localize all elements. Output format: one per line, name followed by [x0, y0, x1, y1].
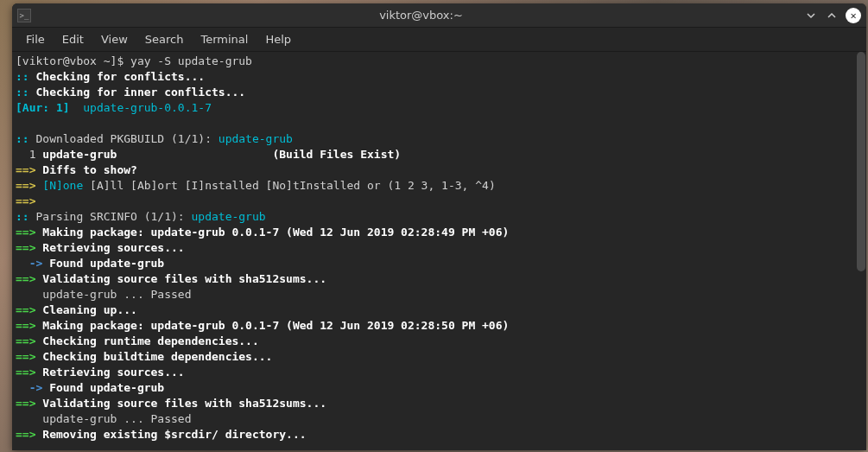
output-text: Validating source files with sha512sums.… [35, 397, 326, 410]
sub-arrow-marker: -> [16, 381, 42, 394]
menu-terminal[interactable]: Terminal [193, 29, 255, 49]
window-title: viktor@vbox:~ [38, 9, 804, 22]
arrow-marker: ==> [16, 226, 35, 239]
package-name: update-grub [42, 148, 117, 161]
output-text: Found update-grub [42, 381, 164, 394]
output-text: update-grub ... Passed [16, 288, 192, 301]
padding [117, 148, 272, 161]
menu-help[interactable]: Help [258, 29, 298, 49]
output-text: Retrieving sources... [35, 241, 184, 254]
output-text: Checking buildtime dependencies... [35, 350, 272, 363]
arrow-marker: ==> [16, 397, 35, 410]
menu-file[interactable]: File [19, 29, 52, 49]
output-text: Cleaning up... [35, 303, 136, 316]
prompt: [viktor@vbox ~]$ [16, 54, 124, 67]
close-button[interactable]: ✕ [846, 8, 861, 23]
marker: :: [16, 210, 35, 223]
arrow-marker: ==> [16, 303, 35, 316]
options-text: [A]ll [Ab]ort [I]nstalled [No]tInstalled… [83, 179, 495, 192]
arrow-marker: ==> [16, 272, 35, 285]
app-icon: >_ [17, 9, 31, 22]
scrollbar-thumb[interactable] [857, 52, 865, 271]
package-name: update-grub-0.0.1-7 [70, 101, 212, 114]
output-text: Downloaded PKGBUILD (1/1): [35, 132, 218, 145]
menu-search[interactable]: Search [138, 29, 191, 49]
minimize-button[interactable] [804, 9, 818, 22]
output-text: Validating source files with sha512sums.… [35, 272, 326, 285]
list-number: 1 [16, 148, 42, 161]
build-status: (Build Files Exist) [272, 148, 401, 161]
titlebar[interactable]: >_ viktor@vbox:~ ✕ [12, 3, 866, 28]
maximize-button[interactable] [825, 9, 839, 22]
menu-view[interactable]: View [94, 29, 135, 49]
output-text: Checking for conflicts... [35, 70, 205, 83]
package-name: update-grub [219, 132, 293, 145]
scrollbar[interactable] [856, 52, 866, 450]
aur-label: [Aur: 1] [16, 101, 70, 114]
marker: :: [16, 86, 35, 99]
arrow-marker: ==> [16, 194, 35, 207]
marker: :: [16, 70, 35, 83]
output-text: Making package: update-grub 0.0.1-7 (Wed… [35, 226, 509, 239]
arrow-marker: ==> [16, 334, 35, 347]
menu-edit[interactable]: Edit [55, 29, 91, 49]
arrow-marker: ==> [16, 428, 35, 441]
output-text: Found update-grub [42, 257, 164, 270]
output-text: Parsing SRCINFO (1/1): [35, 210, 191, 223]
command-text: yay -S update-grub [124, 54, 252, 67]
output-text: Retrieving sources... [35, 366, 184, 379]
package-name: update-grub [192, 210, 266, 223]
terminal-output[interactable]: [viktor@vbox ~]$ yay -S update-grub:: Ch… [12, 52, 866, 450]
output-text: Checking runtime dependencies... [35, 334, 258, 347]
arrow-marker: ==> [16, 350, 35, 363]
arrow-marker: ==> [16, 319, 35, 332]
output-text: Removing existing $srcdir/ directory... [35, 428, 306, 441]
marker: :: [16, 132, 35, 145]
prompt-question: Diffs to show? [35, 163, 136, 176]
arrow-marker: ==> [16, 179, 35, 192]
option-none: [N]one [35, 179, 83, 192]
output-text: Checking for inner conflicts... [35, 86, 245, 99]
output-text: Making package: update-grub 0.0.1-7 (Wed… [35, 319, 509, 332]
sub-arrow-marker: -> [16, 257, 42, 270]
window-controls: ✕ [804, 8, 861, 23]
output-text: update-grub ... Passed [16, 412, 192, 425]
arrow-marker: ==> [16, 163, 35, 176]
terminal-window: >_ viktor@vbox:~ ✕ File Edit View Search… [12, 3, 866, 450]
arrow-marker: ==> [16, 366, 35, 379]
arrow-marker: ==> [16, 241, 35, 254]
menubar: File Edit View Search Terminal Help [12, 28, 866, 52]
